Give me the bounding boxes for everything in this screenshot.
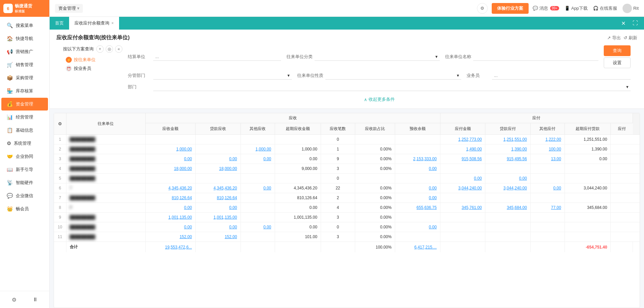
prepay-1[interactable] <box>395 135 440 144</box>
other-ar-8[interactable] <box>240 203 275 213</box>
other-ap-11[interactable] <box>530 232 565 242</box>
ar-amount-2[interactable]: 1,000.00 <box>145 144 195 154</box>
ap-more-6[interactable] <box>611 183 633 193</box>
online-support-button[interactable]: 🎧 在线客服 <box>593 5 617 11</box>
tab-close-icon[interactable]: × <box>111 21 114 26</box>
prepay-4[interactable]: 0.00 <box>395 164 440 174</box>
other-ap-4[interactable] <box>530 164 565 174</box>
table-scroll[interactable]: ⚙ 往来单位 应收 应付 应收金额 贷款应收 其他应收 超期应收金额 <box>54 113 640 308</box>
scheme-partner-item[interactable]: ⚡ 按往来单位 <box>63 55 122 64</box>
other-ar-10[interactable]: 0.00 <box>240 222 275 232</box>
loan-ap-9[interactable] <box>485 213 531 222</box>
other-ar-5[interactable] <box>240 174 275 183</box>
ap-more-3[interactable] <box>611 154 633 164</box>
ap-amount-4[interactable] <box>440 164 485 174</box>
ap-amount-5[interactable]: 0.00 <box>440 174 485 183</box>
other-ar-3[interactable]: 0.00 <box>240 154 275 164</box>
other-ap-9[interactable] <box>530 213 565 222</box>
ar-amount-1[interactable] <box>145 135 195 144</box>
refresh-button[interactable]: ↺ 刷新 <box>624 35 637 41</box>
app-download-button[interactable]: 📱 App下载 <box>565 5 588 11</box>
mingcheng-input[interactable] <box>473 53 598 61</box>
sidebar-item-2[interactable]: 📢营销推广 <box>1 45 48 58</box>
dept-select[interactable]: ▾ <box>153 83 631 91</box>
export-button[interactable]: ↗ 导出 <box>607 35 621 41</box>
ap-amount-3[interactable]: 915,508.56 <box>440 154 485 164</box>
sidebar-item-13[interactable]: 💬企业微信 <box>1 189 48 202</box>
loan-ar-2[interactable] <box>196 144 241 154</box>
other-ap-8[interactable]: 77.00 <box>530 203 565 213</box>
loan-ap-11[interactable] <box>485 232 531 242</box>
loan-ar-9[interactable]: 1,001,135.00 <box>196 213 241 222</box>
sidebar-item-9[interactable]: ⚙系统管理 <box>1 137 48 150</box>
ar-amount-7[interactable]: 810,126.64 <box>145 193 195 203</box>
ar-amount-3[interactable]: 0.00 <box>145 154 195 164</box>
sidebar-item-7[interactable]: 📊经营管理 <box>1 111 48 124</box>
other-ap-5[interactable] <box>530 174 565 183</box>
prepay-2[interactable] <box>395 144 440 154</box>
prepay-6[interactable]: 0.00 <box>395 183 440 193</box>
ap-amount-11[interactable] <box>440 232 485 242</box>
other-ap-1[interactable]: 1,222.00 <box>530 135 565 144</box>
sidebar-item-6[interactable]: 💰资金管理 <box>1 98 48 111</box>
ar-amount-11[interactable]: 152.00 <box>145 232 195 242</box>
ar-amount-8[interactable]: 0.00 <box>145 203 195 213</box>
th-settings[interactable]: ⚙ <box>54 113 66 135</box>
collapse-sidebar-icon[interactable]: ⏸ <box>30 295 40 305</box>
prepay-11[interactable] <box>395 232 440 242</box>
close-window-icon[interactable]: ✕ <box>619 18 628 28</box>
sidebar-item-1[interactable]: 🏠快捷导航 <box>1 32 48 45</box>
ap-amount-6[interactable]: 3,044,240.00 <box>440 183 485 193</box>
other-ap-10[interactable] <box>530 222 565 232</box>
sidebar-item-0[interactable]: 🔍搜索菜单 <box>1 19 48 32</box>
jiesuan-input[interactable] <box>153 53 281 61</box>
other-ar-9[interactable] <box>240 213 275 222</box>
loan-ar-3[interactable]: 0.00 <box>196 154 241 164</box>
loan-ap-1[interactable]: 1,251,551.00 <box>485 135 531 144</box>
sidebar-item-10[interactable]: 🤝企业协同 <box>1 150 48 163</box>
loan-ar-4[interactable]: 18,000.00 <box>196 164 241 174</box>
sidebar-item-14[interactable]: 👑畅会员 <box>1 203 48 215</box>
other-ar-6[interactable]: 0.00 <box>240 183 275 193</box>
prepay-10[interactable]: 0.00 <box>395 222 440 232</box>
loan-ap-2[interactable]: 1,390.00 <box>485 144 531 154</box>
fenlei-select[interactable]: ▾ <box>315 53 440 61</box>
sidebar-item-8[interactable]: 📋基础信息 <box>1 124 48 137</box>
other-ar-1[interactable] <box>240 135 275 144</box>
notifications-button[interactable]: 💬 消息 99+ <box>533 5 559 11</box>
tab-home[interactable]: 首页 <box>50 17 69 30</box>
other-ar-7[interactable] <box>240 193 275 203</box>
ap-amount-10[interactable] <box>440 222 485 232</box>
sidebar-item-12[interactable]: 📡智能硬件 <box>1 176 48 189</box>
ap-more-2[interactable] <box>611 144 633 154</box>
xingzhi-select[interactable]: ▾ <box>325 72 461 80</box>
loan-ar-10[interactable]: 0.00 <box>196 222 241 232</box>
loan-ar-1[interactable] <box>196 135 241 144</box>
user-avatar[interactable]: Rit <box>623 4 639 13</box>
setting-button[interactable]: 设置 <box>604 57 631 68</box>
ap-more-8[interactable] <box>611 203 633 213</box>
settings-gear-icon[interactable]: ⚙ <box>477 3 488 14</box>
loan-ap-4[interactable] <box>485 164 531 174</box>
ap-more-7[interactable] <box>611 193 633 203</box>
sidebar-item-3[interactable]: 🛒销售管理 <box>1 58 48 71</box>
bumen-select[interactable]: ▾ <box>153 72 292 80</box>
ap-more-1[interactable] <box>611 135 633 144</box>
ap-more-10[interactable] <box>611 222 633 232</box>
ap-more-11[interactable] <box>611 232 633 242</box>
settings-bottom-icon[interactable]: ⚙ <box>9 295 19 305</box>
other-ap-2[interactable]: 100.00 <box>530 144 565 154</box>
loan-ar-11[interactable]: 152.00 <box>196 232 241 242</box>
edit-scheme-icon[interactable]: ◎ <box>106 45 113 53</box>
query-button[interactable]: 查询 <box>604 45 631 56</box>
ap-amount-9[interactable] <box>440 213 485 222</box>
prepay-9[interactable] <box>395 213 440 222</box>
maximize-window-icon[interactable]: ⛶ <box>631 18 640 28</box>
prepay-3[interactable]: 2,153,333.00 <box>395 154 440 164</box>
loan-ap-10[interactable] <box>485 222 531 232</box>
prepay-8[interactable]: 655,636.75 <box>395 203 440 213</box>
ap-more-9[interactable] <box>611 213 633 222</box>
ar-amount-6[interactable]: 4,345,436.20 <box>145 183 195 193</box>
add-scheme-icon[interactable]: + <box>96 45 104 53</box>
other-ap-7[interactable] <box>530 193 565 203</box>
